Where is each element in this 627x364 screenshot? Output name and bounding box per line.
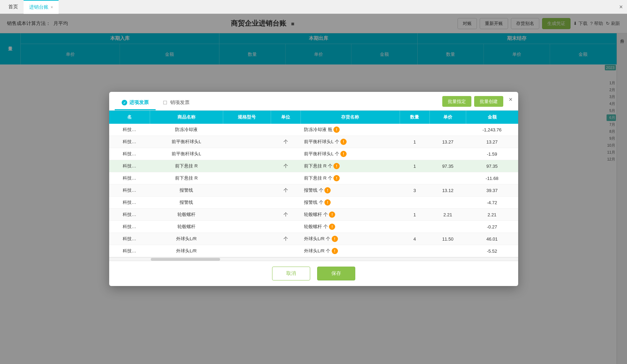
warning-icon: ! — [324, 199, 331, 206]
tab-ledger[interactable]: 进销台账 × — [24, 0, 59, 14]
col-header-amount: 金额 — [466, 111, 518, 124]
col-header-name: 名 — [109, 111, 150, 124]
window-close-button[interactable]: × — [619, 3, 623, 10]
table-row[interactable]: 科技…前下悬挂 R前下悬挂 R 个 !-11.68 — [109, 172, 518, 184]
table-row[interactable]: 科技…前平衡杆球头L个前平衡杆球头L 个 !113.2713.27 — [109, 136, 518, 148]
outgoing-invoice-icon: ☐ — [163, 100, 168, 105]
tab-incoming-invoice[interactable]: ✓ 进项发票 — [115, 96, 156, 110]
warning-icon: ! — [332, 248, 338, 254]
modal-header-actions: 批量指定 批量创建 × — [442, 96, 513, 110]
modal-tabs: ✓ 进项发票 ☐ 销项发票 — [115, 96, 197, 110]
warning-icon: ! — [329, 224, 335, 230]
table-row[interactable]: 科技…轮毂螺杆轮毂螺杆 个 !-0.27 — [109, 221, 518, 233]
incoming-invoice-icon: ✓ — [122, 100, 127, 105]
warning-icon: ! — [340, 139, 347, 145]
col-header-spec: 规格型号 — [223, 111, 271, 124]
modal-scrollbar[interactable] — [109, 257, 518, 261]
batch-assign-button[interactable]: 批量指定 — [442, 96, 471, 107]
cancel-button[interactable]: 取消 — [272, 267, 310, 280]
modal-dialog: ✓ 进项发票 ☐ 销项发票 批量指定 批量创建 × — [109, 92, 518, 286]
col-header-product: 商品名称 — [150, 111, 223, 124]
modal-scrollbar-thumb[interactable] — [151, 258, 220, 261]
modal-overlay: ✓ 进项发票 ☐ 销项发票 批量指定 批量创建 × — [0, 14, 627, 364]
tab-home[interactable]: 首页 — [3, 0, 24, 14]
warning-icon: ! — [333, 163, 340, 169]
table-row[interactable]: 科技…前下悬挂 R个前下悬挂 R 个 !197.3597.35 — [109, 160, 518, 172]
table-row[interactable]: 科技…前平衡杆球头L前平衡杆球头L 个 !-1.59 — [109, 148, 518, 160]
warning-icon: ! — [333, 127, 340, 133]
warning-icon: ! — [340, 151, 347, 157]
tab-close-icon[interactable]: × — [51, 5, 53, 10]
modal-header: ✓ 进项发票 ☐ 销项发票 批量指定 批量创建 × — [109, 92, 518, 111]
table-row[interactable]: 科技…外球头L/R个外球头L/R 个 !411.5046.01 — [109, 233, 518, 245]
table-row[interactable]: 科技…报警线个报警线 个 !313.1239.37 — [109, 184, 518, 197]
modal-table: 名 商品名称 规格型号 单位 存货名称 数量 单价 金额 科技…防冻冷却液防冻冷… — [109, 111, 518, 257]
modal-table-wrap: 名 商品名称 规格型号 单位 存货名称 数量 单价 金额 科技…防冻冷却液防冻冷… — [109, 111, 518, 257]
outgoing-invoice-label: 销项发票 — [170, 99, 190, 106]
table-row[interactable]: 科技…轮毂螺杆个轮毂螺杆 个 !12.212.21 — [109, 209, 518, 221]
col-header-quantity: 数量 — [400, 111, 429, 124]
warning-icon: ! — [324, 187, 331, 193]
tab-bar: 首页 进销台账 × × — [0, 0, 627, 14]
table-row[interactable]: 科技…报警线报警线 个 !-4.72 — [109, 197, 518, 209]
col-header-unit: 单位 — [271, 111, 301, 124]
table-row[interactable]: 科技…防冻冷却液防冻冷却液 瓶 !-1,243.76 — [109, 124, 518, 136]
table-row[interactable]: 科技…外球头L/R外球头L/R 个 !-5.52 — [109, 245, 518, 257]
incoming-invoice-label: 进项发票 — [129, 99, 149, 106]
col-header-price: 单价 — [429, 111, 466, 124]
tab-outgoing-invoice[interactable]: ☐ 销项发票 — [156, 96, 197, 110]
col-header-inventory: 存货名称 — [301, 111, 400, 124]
save-button[interactable]: 保存 — [317, 267, 355, 280]
warning-icon: ! — [332, 236, 338, 242]
batch-create-button[interactable]: 批量创建 — [474, 96, 503, 107]
modal-footer: 取消 保存 — [109, 261, 518, 286]
warning-icon: ! — [333, 175, 340, 181]
modal-close-icon[interactable]: × — [509, 96, 513, 107]
main-page: 销售成本计算方法： 月平均 商贸企业进销台账 ■ 对账 重新开账 存货别名 生成… — [0, 14, 627, 364]
warning-icon: ! — [329, 211, 335, 218]
